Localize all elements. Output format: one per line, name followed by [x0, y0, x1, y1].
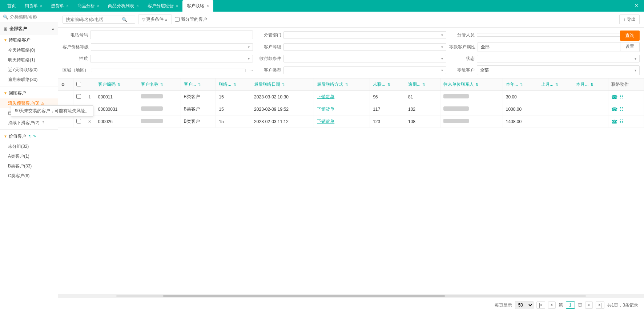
last-page-btn[interactable]: >| [596, 301, 604, 309]
group-review-title[interactable]: ▼ 回顾客户 [0, 88, 58, 98]
nav-analysis[interactable]: 商品分析 × [73, 0, 104, 12]
nav-close-all[interactable]: × [632, 3, 641, 9]
scrollbar-thumb[interactable] [163, 295, 445, 297]
gender-select[interactable]: ▾ [90, 55, 253, 62]
content-area: 🔍 ▽ 更多条件 ▲ 我分管的客户 ↑ 导出 查询 设置 [58, 12, 644, 312]
action-more-0[interactable]: ⠿ [620, 94, 623, 100]
th-last-contact-method-label: 最后联络方式 [317, 82, 343, 87]
region-dots[interactable]: ··· [249, 68, 253, 73]
my-customers-filter[interactable]: 我分管的客户 [175, 16, 207, 23]
dept-select[interactable]: ▾ [283, 31, 446, 39]
th-uncontact[interactable]: 未联... ⇅ [370, 78, 405, 91]
my-customers-checkbox[interactable] [175, 17, 180, 22]
first-page-btn[interactable]: |< [536, 301, 545, 309]
action-contact-2[interactable]: ☎ [611, 119, 617, 125]
row-checkbox-0[interactable] [76, 94, 81, 99]
action-more-2[interactable]: ⠿ [620, 119, 623, 125]
action-contact-0[interactable]: ☎ [611, 94, 617, 100]
status-select[interactable]: ▾ [477, 55, 640, 62]
sidebar-item-class-c[interactable]: C类客户(6) [0, 171, 58, 181]
th-overdue[interactable]: 逾期... ⇅ [405, 78, 440, 91]
settings-button[interactable]: 设置 [620, 42, 640, 51]
action-contact-1[interactable]: ☎ [611, 106, 617, 112]
more-filter-btn[interactable]: ▽ 更多条件 ▲ [138, 15, 172, 24]
th-code[interactable]: 客户编码 ⇅ [95, 78, 138, 91]
nav-analysis-list-close[interactable]: × [136, 4, 138, 8]
td-checkbox-0[interactable] [73, 91, 84, 103]
sidebar-item-today[interactable]: 今天待联络(0) [0, 45, 58, 55]
td-last-contact-date-0: 2023-03-02 10:30: [251, 91, 314, 103]
group-pending-title[interactable]: ▼ 待联络客户 [0, 35, 58, 45]
th-unit-contact[interactable]: 往来单位联系人 ⇅ [440, 78, 503, 91]
nav-customer-contact[interactable]: 客户联络 × [182, 0, 213, 12]
phone-input[interactable] [90, 31, 253, 39]
nav-customer-segment-close[interactable]: × [176, 4, 178, 8]
th-this-year[interactable]: 本年... ⇅ [503, 78, 538, 91]
nav-customer-contact-close[interactable]: × [206, 4, 209, 8]
contact-method-link-2[interactable]: 下销货单 [317, 119, 334, 124]
nav-home[interactable]: 首页 [3, 0, 20, 12]
select-all-checkbox[interactable] [76, 82, 81, 86]
th-last-contact-method[interactable]: 最后联络方式 ⇅ [314, 78, 370, 91]
toolbar: 🔍 ▽ 更多条件 ▲ 我分管的客户 ↑ 导出 [58, 12, 644, 28]
search-icon[interactable]: 🔍 [122, 17, 127, 22]
th-contact[interactable]: 联络... ⇅ [216, 78, 251, 91]
nav-sales-close[interactable]: × [40, 4, 42, 8]
th-type[interactable]: 客户... ⇅ [181, 78, 216, 91]
region-select[interactable] [91, 69, 246, 72]
action-more-1[interactable]: ⠿ [620, 106, 623, 112]
sidebar-search-input[interactable] [10, 15, 58, 20]
nav-customer-contact-label: 客户联络 [187, 3, 204, 9]
customer-level-select[interactable]: ▾ [283, 43, 446, 51]
td-checkbox-2[interactable] [73, 116, 84, 128]
zero-sales-select[interactable]: 全部 ▾ [478, 42, 640, 52]
next-page-btn[interactable]: > [585, 301, 593, 309]
search-input[interactable] [66, 17, 120, 22]
sidebar-item-overdue[interactable]: 逾期未联络(30) [0, 75, 58, 85]
th-this-month[interactable]: 本月... ⇅ [573, 78, 608, 91]
per-page-select[interactable]: 50 100 [515, 301, 534, 309]
td-last-contact-method-2[interactable]: 下销货单 [314, 116, 370, 128]
filter-row-3: 性质 ▾ 收付款条件 ▾ 状态 [63, 55, 640, 62]
sidebar-item-declining[interactable]: 持续下滑客户(2) ? [0, 118, 58, 128]
nav-analysis-list[interactable]: 商品分析列表 × [104, 0, 143, 12]
th-last-month[interactable]: 上月... ⇅ [538, 78, 573, 91]
sidebar-item-ungrouped[interactable]: 未分组(32) [0, 142, 58, 151]
th-settings[interactable]: ⚙ [58, 78, 73, 91]
sidebar-item-class-a[interactable]: A类客户(1) [0, 151, 58, 161]
sidebar-all-customers[interactable]: ⊞ 全部客户 « [0, 23, 58, 35]
td-last-contact-method-1[interactable]: 下销货单 [314, 103, 370, 116]
contact-method-link-0[interactable]: 下销货单 [317, 94, 334, 99]
manager-select[interactable] [477, 33, 632, 37]
sidebar-item-class-b[interactable]: B类客户(33) [0, 161, 58, 171]
contact-method-link-1[interactable]: 下销货单 [317, 106, 334, 112]
nav-sales[interactable]: 销货单 × [20, 0, 47, 12]
th-uncontact-label: 未联... [373, 82, 385, 87]
refresh-icon[interactable]: ↻ [28, 134, 32, 139]
sidebar-item-tomorrow[interactable]: 明天待联络(1) [0, 55, 58, 65]
th-name-label: 客户名称 [141, 82, 158, 87]
row-checkbox-2[interactable] [76, 119, 81, 123]
nav-analysis-close[interactable]: × [97, 4, 99, 8]
td-last-month-0 [538, 91, 573, 103]
query-button[interactable]: 查询 [620, 31, 640, 41]
edit-icon[interactable]: ✎ [33, 134, 36, 139]
nav-customer-segment[interactable]: 客户分层经营 × [143, 0, 182, 12]
export-btn[interactable]: ↑ 导出 [619, 15, 640, 24]
th-name[interactable]: 客户名称 ⇅ [138, 78, 181, 91]
th-checkbox[interactable] [73, 78, 84, 91]
sidebar-item-7days[interactable]: 近7天待联络(0) [0, 65, 58, 75]
customer-type-select[interactable]: ▾ [283, 66, 446, 74]
horizontal-scrollbar[interactable] [58, 294, 644, 298]
nav-purchase[interactable]: 进货单 × [47, 0, 73, 12]
td-last-contact-method-0[interactable]: 下销货单 [314, 91, 370, 103]
payment-select[interactable]: ▾ [283, 55, 446, 62]
nav-purchase-close[interactable]: × [66, 4, 68, 8]
price-level-select[interactable]: ▾ [91, 43, 253, 51]
group-value-title[interactable]: ▼ 价值客户 ↻ ✎ [0, 131, 58, 142]
price-level-label: 客户价格等级 [63, 44, 89, 50]
th-last-contact-date[interactable]: 最后联络日期 ⇅ [251, 78, 314, 91]
zero-customer-select[interactable]: 全部 ▾ [477, 65, 640, 75]
sort-uncontact-icon: ⇅ [387, 83, 390, 86]
prev-page-btn[interactable]: < [548, 301, 556, 309]
